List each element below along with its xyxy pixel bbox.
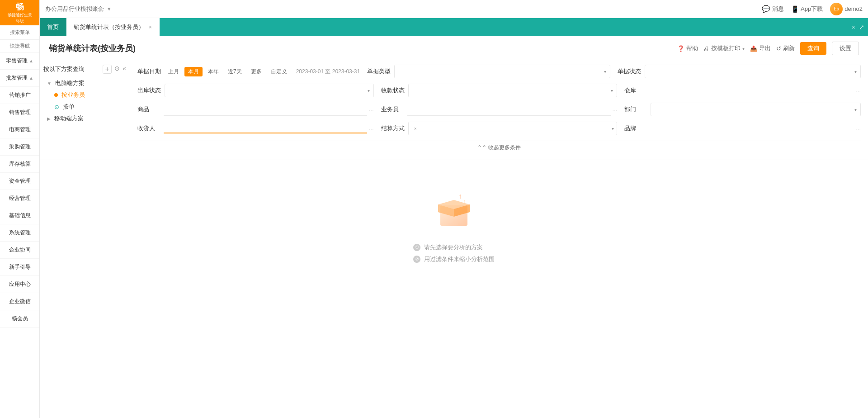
collapse-panel-btn[interactable]: « [123,65,126,74]
filter-row-4: 收货人 ··· 结算方式 × [137,122,861,135]
sidebar-item-2[interactable]: 营销推广 [0,87,39,104]
sidebar-item-12[interactable]: 新手引导 [0,259,39,276]
filter-product-item: 商品 ··· [137,103,374,116]
date-quick-btns: 上月 本月 本年 近7天 更多 自定义 [165,67,291,76]
filter-warehouse-item: 仓库 ··· [624,86,861,95]
recipient-more-btn[interactable]: ··· [369,125,374,132]
active-indicator [54,93,58,97]
date-btn-7days[interactable]: 近7天 [224,67,245,76]
export-btn[interactable]: 📤 导出 [750,44,771,52]
header-right: 💬 消息 📱 App下载 Ea demo2 [762,3,863,15]
product-more-btn[interactable]: ··· [369,106,374,113]
sidebar-item-5[interactable]: 采购管理 [0,138,39,156]
page: 销货单统计表(按业务员) ❓ 帮助 🖨 按模板打印 ▾ 📤 导出 [40,36,868,418]
app-download-btn[interactable]: 📱 App下载 [791,5,823,13]
tab-current-report[interactable]: 销货单统计表（按业务员） × [66,18,160,36]
doc-status-select[interactable]: ▾ [645,65,861,78]
filter-row-1: 单据日期 上月 本月 本年 近7天 更多 自定义 2023-03-01 至 20… [137,65,861,78]
tab-close-all-btn[interactable]: × [852,24,855,31]
sidebar-item-11[interactable]: 企业协同 [0,242,39,259]
brand-more-btn[interactable]: ··· [856,125,861,132]
sidebar-item-0[interactable]: 零售管理 ▲ [0,52,39,70]
account-dropdown-icon[interactable]: ▾ [108,5,111,12]
department-select[interactable]: ▾ [651,103,861,116]
page-content: 销货单统计表(按业务员) ❓ 帮助 🖨 按模板打印 ▾ 📤 导出 [40,36,868,418]
sidebar-item-10[interactable]: 系统管理 [0,224,39,242]
tree-group-desktop: ▼ 电脑端方案 [43,77,126,89]
collapse-filters-btn[interactable]: ⌃⌃ 收起更多条件 [137,141,861,154]
tree-item-by-order[interactable]: ⊙ 按单 [51,101,126,113]
filter-salesperson-item: 业务员 ··· [381,103,618,116]
settlement-tag-close-btn[interactable]: × [414,126,417,131]
page-title: 销货单统计表(按业务员) [49,43,136,54]
print-btn[interactable]: 🖨 按模板打印 ▾ [703,44,745,52]
settlement-tag: × [411,125,420,132]
empty-icon: ↑ ↑ [431,187,476,233]
tab-home[interactable]: 首页 [40,18,66,36]
empty-box-svg: ↑ ↑ [431,187,476,233]
export-icon: 📤 [750,45,757,52]
filter-department-item: 部门 ▾ [624,103,861,116]
sidebar-item-8[interactable]: 经营管理 [0,190,39,207]
top-header: 办公用品行业模拟账套 ▾ 💬 消息 📱 App下载 Ea demo2 [40,0,868,18]
sidebar-search-menu[interactable]: 搜索菜单 [0,25,39,40]
help-icon: ❓ [677,45,684,52]
header-left: 办公用品行业模拟账套 ▾ [45,5,111,13]
warehouse-more-btn[interactable]: ··· [856,87,861,94]
tab-close-btn[interactable]: × [149,24,152,30]
sidebar-item-4[interactable]: 电商管理 [0,121,39,138]
payment-status-select[interactable]: ▾ [408,84,618,97]
sidebar-item-1[interactable]: 批发管理 ▲ [0,70,39,87]
empty-tip-2: ② 用过滤条件来缩小分析范围 [413,253,495,265]
message-btn[interactable]: 💬 消息 [762,5,784,13]
tree-group-mobile[interactable]: ▶ 移动端方案 [43,113,126,124]
salesperson-more-btn[interactable]: ··· [613,106,618,113]
department-dropdown-icon: ▾ [854,107,857,112]
print-dropdown-icon: ▾ [742,46,745,51]
filter-area: 按以下方案查询 + ⊙ « ▼ 电脑端方案 [40,59,868,160]
settlement-dropdown-icon[interactable]: ▾ [612,126,614,131]
date-btn-last-month[interactable]: 上月 [165,67,183,76]
copy-scheme-btn[interactable]: ⊙ [114,65,120,74]
sidebar-item-9[interactable]: 基础信息 [0,207,39,224]
sidebar-menu-list: 零售管理 ▲批发管理 ▲营销推广销售管理电商管理采购管理库存核算资金管理经营管理… [0,52,39,328]
add-scheme-btn[interactable]: + [103,65,112,74]
sidebar-item-13[interactable]: 应用中心 [0,276,39,293]
date-btn-this-month[interactable]: 本月 [184,67,203,76]
date-btn-this-year[interactable]: 本年 [204,67,222,76]
avatar: Ea [830,3,843,15]
recipient-input[interactable] [164,124,367,133]
sidebar-item-7[interactable]: 资金管理 [0,173,39,190]
tip-num-1: ① [413,244,420,251]
sidebar-item-6[interactable]: 库存核算 [0,156,39,173]
user-menu[interactable]: Ea demo2 [830,3,863,15]
page-actions: ❓ 帮助 🖨 按模板打印 ▾ 📤 导出 ↺ 刷新 [677,42,859,55]
date-btn-more[interactable]: 更多 [247,67,265,76]
empty-tip-1: ① 请先选择要分析的方案 [413,242,495,253]
svg-text:↑: ↑ [463,198,466,204]
settings-btn[interactable]: 设置 [832,42,859,55]
date-btn-custom[interactable]: 自定义 [267,67,291,76]
sidebar-item-14[interactable]: 企业微信 [0,293,39,310]
sidebar-item-3[interactable]: 销售管理 [0,104,39,121]
tree-mobile-expand-icon: ▶ [47,116,51,121]
sidebar-quick-nav[interactable]: 快捷导航 [0,40,39,52]
filter-ship-status-item: 出库状态 ▾ [137,84,374,97]
sidebar-item-15[interactable]: 畅会员 [0,310,39,328]
print-icon: 🖨 [703,45,709,52]
sidebar: 畅 畅捷通好生意 标版 搜索菜单 快捷导航 零售管理 ▲批发管理 ▲营销推广销售… [0,0,40,418]
query-btn[interactable]: 查询 [800,42,826,55]
tree-sub-icon: ⊙ [54,104,59,110]
filter-brand-item: 品牌 ··· [624,124,861,133]
refresh-btn[interactable]: ↺ 刷新 [776,44,795,52]
filter-payment-status-item: 收款状态 ▾ [381,84,618,97]
tab-maximize-btn[interactable]: ⤢ [859,24,864,31]
ship-dropdown-icon: ▾ [368,88,370,93]
tree-expand-icon: ▼ [47,81,52,86]
doc-type-select[interactable]: ▾ [394,65,610,78]
doc-type-dropdown-icon: ▾ [604,69,606,74]
ship-status-select[interactable]: ▾ [165,84,374,97]
left-panel: 按以下方案查询 + ⊙ « ▼ 电脑端方案 [40,59,130,160]
tree-item-by-salesperson[interactable]: 按业务员 [51,89,126,101]
help-btn[interactable]: ❓ 帮助 [677,44,698,52]
